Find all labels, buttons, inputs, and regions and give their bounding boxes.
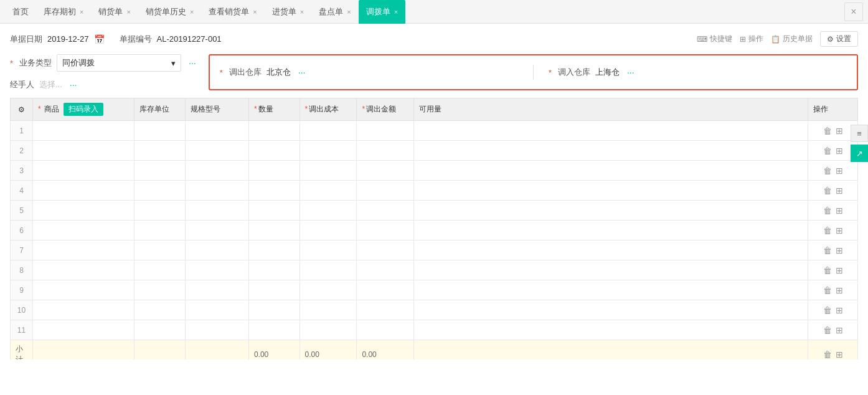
delete-icon-11[interactable]: 🗑: [823, 325, 832, 335]
tab-transfer-close[interactable]: ×: [394, 8, 398, 16]
row-cost-9[interactable]: [300, 280, 357, 300]
row-available-8[interactable]: [414, 260, 808, 280]
tab-home[interactable]: 首页: [5, 0, 36, 24]
row-spec-1[interactable]: [185, 121, 248, 141]
transfer-out-more[interactable]: ···: [296, 67, 308, 77]
copy-icon-6[interactable]: ⊞: [836, 226, 843, 236]
copy-icon-2[interactable]: ⊞: [836, 146, 843, 156]
row-cost-5[interactable]: [300, 201, 357, 221]
delete-icon-7[interactable]: 🗑: [823, 245, 832, 255]
row-product-4[interactable]: [33, 181, 134, 201]
tab-view-sales-close[interactable]: ×: [253, 8, 257, 16]
business-type-select[interactable]: 同价调拨 ▾: [57, 54, 181, 72]
row-available-1[interactable]: [414, 121, 808, 141]
row-available-10[interactable]: [414, 300, 808, 320]
tab-view-sales[interactable]: 查看销货单 ×: [201, 0, 264, 24]
copy-icon-11[interactable]: ⊞: [836, 325, 843, 335]
row-available-3[interactable]: [414, 161, 808, 181]
row-qty-6[interactable]: [248, 221, 300, 240]
operator-placeholder[interactable]: 选择...: [39, 79, 62, 90]
row-available-4[interactable]: [414, 181, 808, 201]
row-available-11[interactable]: [414, 320, 808, 340]
delete-icon-3[interactable]: 🗑: [823, 166, 832, 176]
row-product-5[interactable]: [33, 201, 134, 221]
tab-stocktaking-close[interactable]: ×: [347, 8, 351, 16]
row-spec-9[interactable]: [185, 280, 248, 300]
row-amount-4[interactable]: [357, 181, 414, 201]
operator-more[interactable]: ···: [67, 80, 80, 90]
tab-bar-close-btn[interactable]: ×: [844, 2, 863, 21]
tab-inventory-init-close[interactable]: ×: [80, 8, 83, 16]
delete-icon-2[interactable]: 🗑: [823, 146, 832, 156]
table-scroll[interactable]: ⚙ * 商品 扫码录入 库存单位 规格型号 *数量 *调出成本: [10, 98, 858, 359]
transfer-in-more[interactable]: ···: [625, 67, 637, 77]
shortcut-action[interactable]: ⌨ 快捷键: [697, 34, 732, 44]
calendar-icon[interactable]: 📅: [94, 34, 105, 44]
tab-sales-order[interactable]: 销货单 ×: [91, 0, 138, 24]
copy-icon-4[interactable]: ⊞: [836, 186, 843, 196]
row-amount-5[interactable]: [357, 201, 414, 221]
row-cost-2[interactable]: [300, 141, 357, 161]
row-available-2[interactable]: [414, 141, 808, 161]
row-unit-10[interactable]: [134, 300, 186, 320]
row-unit-9[interactable]: [134, 280, 186, 300]
delete-icon-8[interactable]: 🗑: [823, 265, 832, 275]
row-unit-8[interactable]: [134, 260, 186, 280]
tab-purchase[interactable]: 进货单 ×: [265, 0, 311, 24]
row-qty-11[interactable]: [248, 320, 300, 340]
row-spec-7[interactable]: [185, 240, 248, 260]
row-cost-7[interactable]: [300, 240, 357, 260]
copy-icon-10[interactable]: ⊞: [836, 305, 843, 315]
row-qty-9[interactable]: [248, 280, 300, 300]
subtotal-copy-icon[interactable]: ⊞: [836, 350, 843, 359]
export-btn[interactable]: ↗: [851, 145, 868, 162]
row-spec-8[interactable]: [185, 260, 248, 280]
row-qty-8[interactable]: [248, 260, 300, 280]
delete-icon-10[interactable]: 🗑: [823, 305, 832, 315]
copy-icon-5[interactable]: ⊞: [836, 206, 843, 216]
row-unit-7[interactable]: [134, 240, 186, 260]
delete-icon-1[interactable]: 🗑: [823, 126, 832, 136]
row-amount-9[interactable]: [357, 280, 414, 300]
row-spec-2[interactable]: [185, 141, 248, 161]
row-qty-5[interactable]: [248, 201, 300, 221]
subtotal-delete-icon[interactable]: 🗑: [823, 350, 832, 359]
tab-sales-history-close[interactable]: ×: [190, 8, 194, 16]
tab-purchase-close[interactable]: ×: [300, 8, 304, 16]
tab-sales-order-close[interactable]: ×: [126, 8, 130, 16]
row-amount-11[interactable]: [357, 320, 414, 340]
operation-action[interactable]: ⊞ 操作: [740, 34, 763, 44]
copy-icon-8[interactable]: ⊞: [836, 265, 843, 275]
row-amount-6[interactable]: [357, 221, 414, 240]
row-cost-4[interactable]: [300, 181, 357, 201]
row-available-9[interactable]: [414, 280, 808, 300]
row-spec-4[interactable]: [185, 181, 248, 201]
row-qty-3[interactable]: [248, 161, 300, 181]
row-product-2[interactable]: [33, 141, 134, 161]
copy-icon-1[interactable]: ⊞: [836, 126, 843, 136]
row-product-8[interactable]: [33, 260, 134, 280]
tab-sales-history[interactable]: 销货单历史 ×: [138, 0, 201, 24]
delete-icon-9[interactable]: 🗑: [823, 285, 832, 295]
list-view-btn[interactable]: ≡: [851, 125, 868, 142]
row-amount-3[interactable]: [357, 161, 414, 181]
copy-icon-9[interactable]: ⊞: [836, 285, 843, 295]
row-product-7[interactable]: [33, 240, 134, 260]
th-gear[interactable]: ⚙: [11, 98, 33, 121]
row-product-10[interactable]: [33, 300, 134, 320]
row-available-6[interactable]: [414, 221, 808, 240]
row-product-3[interactable]: [33, 161, 134, 181]
row-qty-1[interactable]: [248, 121, 300, 141]
row-spec-5[interactable]: [185, 201, 248, 221]
delete-icon-4[interactable]: 🗑: [823, 186, 832, 196]
row-qty-4[interactable]: [248, 181, 300, 201]
row-amount-8[interactable]: [357, 260, 414, 280]
row-amount-2[interactable]: [357, 141, 414, 161]
row-unit-6[interactable]: [134, 221, 186, 240]
history-action[interactable]: 📋 历史单据: [771, 34, 813, 44]
row-product-6[interactable]: [33, 221, 134, 240]
row-product-11[interactable]: [33, 320, 134, 340]
row-amount-10[interactable]: [357, 300, 414, 320]
row-spec-11[interactable]: [185, 320, 248, 340]
row-spec-10[interactable]: [185, 300, 248, 320]
